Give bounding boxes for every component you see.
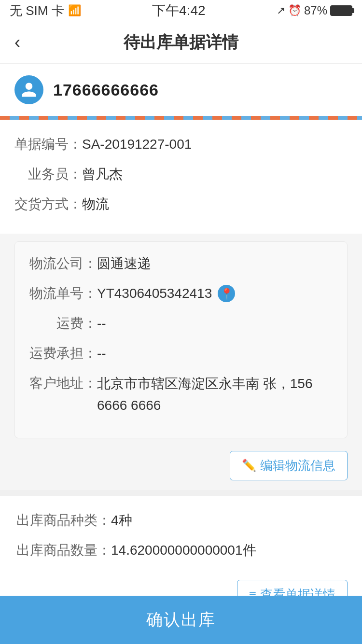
status-left: 无 SIM 卡 📶 [10,2,81,19]
edit-logistics-label: 编辑物流信息 [260,457,335,474]
doc-number-label: 单据编号： [14,134,82,154]
battery-percent: 87% [304,4,327,17]
logistics-company-label: 物流公司： [29,253,97,274]
customer-header: 17666666666 [0,64,362,116]
bottom-bar: 确认出库 [0,596,362,644]
customer-phone: 17666666666 [53,81,159,99]
freight-value: -- [97,313,333,334]
tracking-number-label: 物流单号： [29,283,97,304]
goods-quantity-row: 出库商品数量： 14.620000000000001件 [14,540,348,560]
logistics-company-value: 圆通速递 [97,253,333,274]
freight-bearer-value: -- [97,343,333,364]
back-button[interactable]: ‹ [14,28,25,57]
location-pin-icon[interactable] [218,285,235,302]
status-right: ↗ ⏰ 87% [277,4,352,17]
salesman-label: 业务员： [14,164,82,184]
address-label: 客户地址： [29,373,97,393]
tracking-number-value: YT4306405342413 [97,283,333,304]
alarm-icon: ⏰ [288,4,301,17]
delivery-method-label: 交货方式： [14,194,82,214]
carrier-text: 无 SIM 卡 [10,2,64,19]
document-info-section: 单据编号： SA-20191227-001 业务员： 曾凡杰 交货方式： 物流 [0,120,362,234]
battery-icon [330,5,352,16]
salesman-row: 业务员： 曾凡杰 [14,164,348,184]
avatar [14,75,43,104]
doc-number-value: SA-20191227-001 [82,134,348,154]
edit-icon: ✏️ [242,459,256,472]
edit-logistics-container: ✏️ 编辑物流信息 [0,446,362,490]
delivery-method-value: 物流 [82,194,348,214]
goods-quantity-label: 出库商品数量： [14,540,111,560]
dashed-separator [0,116,362,120]
goods-type-value: 4种 [111,510,348,531]
page-title: 待出库单据详情 [124,31,238,54]
address-value: 北京市市辖区海淀区永丰南 张，156 6666 6666 [97,373,333,417]
address-row: 客户地址： 北京市市辖区海淀区永丰南 张，156 6666 6666 [29,373,333,417]
salesman-value: 曾凡杰 [82,164,348,184]
tracking-number-row: 物流单号： YT4306405342413 [29,283,333,304]
goods-type-label: 出库商品种类： [14,510,111,531]
freight-row: 运费： -- [29,313,333,334]
delivery-method-row: 交货方式： 物流 [14,194,348,214]
status-bar: 无 SIM 卡 📶 下午4:42 ↗ ⏰ 87% [0,0,362,21]
confirm-outbound-button[interactable]: 确认出库 [146,609,216,631]
edit-logistics-button[interactable]: ✏️ 编辑物流信息 [230,451,348,480]
wifi-icon: 📶 [68,4,81,17]
freight-bearer-row: 运费承担： -- [29,343,333,364]
section-divider [0,490,362,496]
location-arrow-icon: ↗ [277,4,285,17]
logistics-company-row: 物流公司： 圆通速递 [29,253,333,274]
goods-quantity-value: 14.620000000000001件 [111,540,348,560]
freight-bearer-label: 运费承担： [29,343,97,364]
nav-bar: ‹ 待出库单据详情 [0,21,362,64]
logistics-card: 物流公司： 圆通速递 物流单号： YT4306405342413 运费： -- … [14,241,348,438]
goods-type-row: 出库商品种类： 4种 [14,510,348,531]
doc-number-row: 单据编号： SA-20191227-001 [14,134,348,154]
freight-label: 运费： [29,313,97,334]
status-time: 下午4:42 [152,1,206,20]
